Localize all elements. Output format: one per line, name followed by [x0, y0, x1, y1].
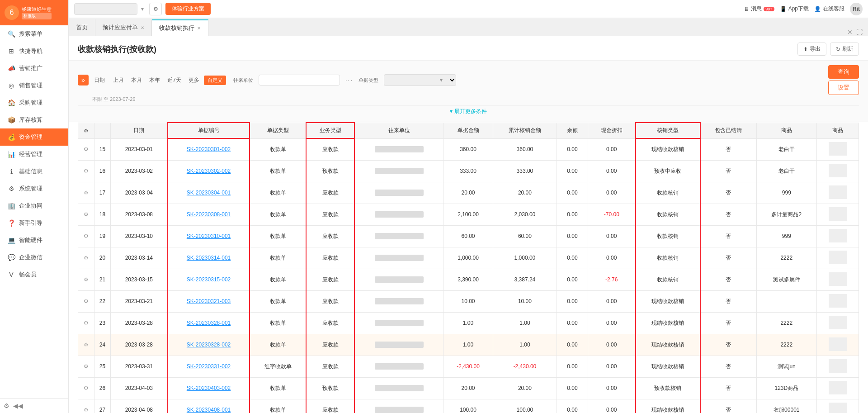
- cell-doc-no[interactable]: SK-20230328-001: [168, 312, 250, 334]
- tab-home[interactable]: 首页: [69, 19, 95, 36]
- cell-doc-no[interactable]: SK-20230302-002: [168, 160, 250, 182]
- date-last-month-btn[interactable]: 上月: [110, 76, 127, 85]
- cell-gear[interactable]: ⚙: [78, 290, 94, 312]
- sidebar-item-search[interactable]: 🔍 搜索菜单: [0, 25, 68, 43]
- cell-gear[interactable]: ⚙: [78, 269, 94, 290]
- date-this-month-btn[interactable]: 本月: [128, 76, 145, 85]
- sidebar-item-purchase[interactable]: 🏠 采购管理: [0, 94, 68, 111]
- export-btn[interactable]: ⬆ 导出: [797, 43, 826, 56]
- doc-no-link[interactable]: SK-20230301-002: [187, 146, 231, 152]
- sidebar-item-guide[interactable]: ❓ 新手引导: [0, 214, 68, 232]
- sidebar-item-finance[interactable]: 💰 资金管理: [0, 128, 68, 146]
- cell-product: 123D商品: [756, 377, 816, 399]
- cell-biz-type: 应收款: [306, 334, 354, 356]
- tab-receipts-close[interactable]: ✕: [197, 26, 201, 31]
- cell-product: 老白干: [756, 138, 816, 160]
- sidebar-item-label: 智能硬件: [19, 236, 42, 244]
- cell-gear[interactable]: ⚙: [78, 356, 94, 377]
- cell-gear[interactable]: ⚙: [78, 312, 94, 334]
- cell-doc-type: 收款单: [250, 269, 306, 290]
- cell-doc-no[interactable]: SK-20230408-001: [168, 399, 250, 413]
- cell-gear[interactable]: ⚙: [78, 160, 94, 182]
- sidebar-item-system[interactable]: ⚙ 系统管理: [0, 180, 68, 197]
- sidebar-item-basic[interactable]: ℹ 基础信息: [0, 163, 68, 180]
- user-avatar[interactable]: Rit: [850, 3, 863, 15]
- cell-doc-no[interactable]: SK-20230321-003: [168, 290, 250, 312]
- cell-doc-no[interactable]: SK-20230301-002: [168, 138, 250, 160]
- tab-prepay[interactable]: 预计应应付单 ✕: [95, 19, 152, 36]
- cell-cash-discount: 0.00: [588, 160, 636, 182]
- sidebar-item-wechat[interactable]: 💬 企业微信: [0, 249, 68, 266]
- doc-no-link[interactable]: SK-20230310-001: [187, 233, 231, 239]
- doc-no-link[interactable]: SK-20230304-001: [187, 190, 231, 196]
- doc-no-link[interactable]: SK-20230331-002: [187, 363, 231, 370]
- cell-doc-no[interactable]: SK-20230315-002: [168, 269, 250, 290]
- cell-gear[interactable]: ⚙: [78, 334, 94, 356]
- cell-gear[interactable]: ⚙: [78, 225, 94, 247]
- date-this-year-btn[interactable]: 本年: [146, 76, 163, 85]
- topbar-dropdown-arrow[interactable]: ▾: [141, 6, 144, 12]
- doc-no-link[interactable]: SK-20230403-002: [187, 385, 231, 391]
- table-row: ⚙ 23 2023-03-28 SK-20230328-001 收款单 应收款 …: [78, 312, 859, 334]
- sidebar-item-corp[interactable]: 🏢 企业协同: [0, 197, 68, 214]
- online-service-btn[interactable]: 👤 在线客服: [814, 5, 844, 13]
- app-download-btn[interactable]: 📱 App下载: [780, 5, 809, 13]
- sidebar-item-vip[interactable]: V 畅会员: [0, 266, 68, 283]
- cell-gear[interactable]: ⚙: [78, 399, 94, 413]
- doc-no-link[interactable]: SK-20230302-002: [187, 168, 231, 174]
- cell-doc-type: 收款单: [250, 225, 306, 247]
- sidebar-item-sales[interactable]: ◎ 销售管理: [0, 77, 68, 94]
- tab-receipts[interactable]: 收款核销执行 ✕: [152, 19, 208, 36]
- partner-input[interactable]: [259, 75, 340, 85]
- sidebar-item-hardware[interactable]: 💻 智能硬件: [0, 232, 68, 249]
- tab-maximize-btn[interactable]: ⛶: [856, 28, 863, 36]
- filter-collapse-btn[interactable]: »: [78, 75, 89, 85]
- sidebar-item-label: 营销推广: [19, 64, 42, 72]
- cell-partner: ████████: [354, 204, 443, 225]
- sidebar-item-marketing[interactable]: 📣 营销推广: [0, 60, 68, 77]
- cell-doc-no[interactable]: SK-20230403-002: [168, 377, 250, 399]
- cell-doc-no[interactable]: SK-20230328-002: [168, 334, 250, 356]
- date-custom-btn[interactable]: 自定义: [204, 76, 226, 85]
- cell-gear[interactable]: ⚙: [78, 204, 94, 225]
- sidebar-item-quick[interactable]: ⊞ 快捷导航: [0, 43, 68, 60]
- cell-gear[interactable]: ⚙: [78, 138, 94, 160]
- tab-prepay-close[interactable]: ✕: [141, 25, 144, 30]
- doc-no-link[interactable]: SK-20230314-001: [187, 255, 231, 261]
- doc-no-link[interactable]: SK-20230408-001: [187, 407, 231, 413]
- th-gear[interactable]: ⚙: [78, 123, 94, 138]
- query-btn[interactable]: 查询: [828, 65, 859, 79]
- topbar-title-input[interactable]: [74, 3, 137, 15]
- cell-doc-no[interactable]: SK-20230331-002: [168, 356, 250, 377]
- date-7days-btn[interactable]: 近7天: [165, 76, 184, 85]
- cell-doc-no[interactable]: SK-20230308-001: [168, 204, 250, 225]
- doc-no-link[interactable]: SK-20230321-003: [187, 298, 231, 304]
- messages-btn[interactable]: 🖥 消息 99+: [744, 5, 774, 13]
- inventory-icon: 📦: [7, 116, 15, 124]
- refresh-btn[interactable]: ↻ 刷新: [830, 43, 859, 56]
- cell-gear[interactable]: ⚙: [78, 247, 94, 269]
- cell-gear[interactable]: ⚙: [78, 182, 94, 204]
- doc-no-link[interactable]: SK-20230328-002: [187, 342, 231, 348]
- filter-settings-btn[interactable]: 设置: [828, 81, 859, 95]
- sidebar-item-operation[interactable]: 📊 经营管理: [0, 146, 68, 163]
- topbar-gear-btn[interactable]: ⚙: [149, 3, 162, 15]
- tab-close-all-btn[interactable]: ✕: [847, 28, 853, 36]
- expand-more-btn[interactable]: ▾ 展开更多条件: [78, 105, 859, 117]
- cell-date: 2023-03-04: [111, 182, 168, 204]
- industry-solution-btn[interactable]: 体验行业方案: [165, 3, 211, 15]
- cell-doc-no[interactable]: SK-20230304-001: [168, 182, 250, 204]
- cell-doc-no[interactable]: SK-20230314-001: [168, 247, 250, 269]
- cell-cum-amount: 10.00: [493, 290, 557, 312]
- doc-no-link[interactable]: SK-20230328-001: [187, 320, 231, 326]
- receipt-type-select[interactable]: [384, 74, 456, 86]
- date-more-btn[interactable]: 更多: [186, 76, 202, 85]
- cell-balance: 0.00: [557, 399, 588, 413]
- sidebar-item-inventory[interactable]: 📦 库存核算: [0, 111, 68, 128]
- doc-no-link[interactable]: SK-20230308-001: [187, 211, 231, 218]
- settings-icon[interactable]: ⚙: [4, 402, 9, 409]
- collapse-icon[interactable]: ◀◀: [13, 402, 23, 409]
- cell-gear[interactable]: ⚙: [78, 377, 94, 399]
- doc-no-link[interactable]: SK-20230315-002: [187, 276, 231, 283]
- cell-doc-no[interactable]: SK-20230310-001: [168, 225, 250, 247]
